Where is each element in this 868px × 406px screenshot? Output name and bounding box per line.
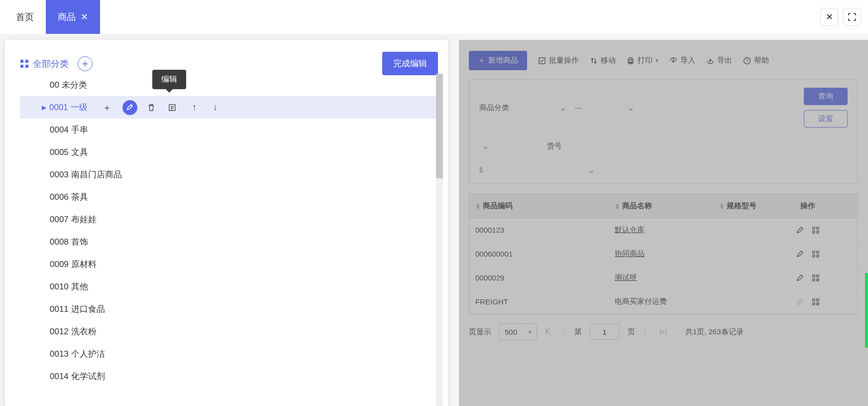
cell-code: FREIGHT: [469, 297, 609, 306]
table-row: 0000029测试呀: [469, 266, 858, 290]
row-more-icon[interactable]: [812, 250, 820, 258]
side-indicator: [865, 273, 868, 348]
category-label: 0014 化学试剂: [50, 371, 105, 382]
row-edit-icon[interactable]: [796, 226, 804, 234]
new-product-button[interactable]: ＋新增商品: [469, 51, 527, 70]
col-spec[interactable]: ▲▼规格型号: [713, 201, 758, 211]
svg-rect-12: [813, 255, 815, 257]
table-row: 000600001协同商品: [469, 242, 858, 266]
col-name[interactable]: ▲▼商品名称: [609, 201, 713, 211]
cell-code: 0000029: [469, 273, 609, 282]
svg-rect-19: [817, 299, 819, 301]
cell-ops: [758, 274, 858, 282]
page-next-icon[interactable]: 〉: [643, 327, 651, 337]
add-child-icon[interactable]: ＋: [102, 102, 112, 114]
move-button[interactable]: 移动: [590, 56, 616, 65]
category-item[interactable]: 0010 其他: [20, 275, 438, 298]
move-down-icon[interactable]: ↓: [210, 102, 221, 113]
edit-tooltip: 编辑: [152, 70, 186, 89]
filter-unknown-2[interactable]: ⌄: [550, 164, 595, 175]
category-item[interactable]: 0013 个人护洁: [20, 343, 438, 365]
svg-rect-6: [813, 227, 815, 229]
page-prev-icon[interactable]: 〈: [558, 327, 566, 337]
category-item[interactable]: 0012 洗衣粉: [20, 320, 438, 343]
filter-category-from[interactable]: ⌄: [522, 102, 567, 113]
category-label: 0012 洗衣粉: [50, 326, 97, 337]
query-button[interactable]: 查询: [804, 88, 848, 105]
edit-icon[interactable]: [122, 100, 137, 115]
category-label: 0013 个人护洁: [50, 348, 105, 360]
cell-name[interactable]: 协同商品: [609, 249, 713, 259]
col-code[interactable]: ▲▼商品编码: [469, 201, 609, 211]
tab-products[interactable]: 商品 ✕: [46, 0, 100, 34]
row-edit-icon[interactable]: [796, 298, 804, 306]
page-summary: 共1页, 263条记录: [685, 327, 744, 337]
svg-rect-23: [25, 60, 28, 63]
fullscreen-icon[interactable]: [843, 8, 861, 26]
cell-code: 000600001: [469, 250, 609, 258]
svg-rect-18: [813, 299, 815, 301]
category-title[interactable]: 全部分类: [33, 58, 69, 70]
category-label: 0004 手串: [50, 124, 88, 135]
svg-rect-24: [20, 65, 23, 68]
filter-panel: 商品分类 ⌄ — ⌄ 查询 设置 ⌄ 货号 š ⌄: [469, 79, 858, 184]
help-button[interactable]: ? 帮助: [743, 56, 769, 65]
row-edit-icon[interactable]: [796, 274, 804, 282]
filter-category-label: 商品分类: [479, 103, 514, 113]
category-item[interactable]: 0008 首饰: [20, 231, 438, 253]
page-input[interactable]: [590, 324, 620, 340]
page-first-icon[interactable]: K: [545, 327, 550, 336]
add-category-button[interactable]: ＋: [78, 56, 93, 71]
config-icon[interactable]: [168, 104, 179, 112]
caret-icon[interactable]: ▶: [42, 104, 46, 111]
category-label: 00 未分类: [50, 79, 87, 91]
svg-rect-22: [20, 60, 23, 63]
finish-edit-button[interactable]: 完成编辑: [382, 52, 438, 75]
product-table: ▲▼商品编码 ▲▼商品名称 ▲▼规格型号 操作 0000123默认仓库00060…: [469, 194, 858, 314]
svg-rect-20: [813, 303, 815, 305]
export-button[interactable]: 导出: [706, 56, 732, 65]
category-item[interactable]: 0003 南昌门店商品: [20, 163, 438, 186]
page-last-icon[interactable]: ⊳|: [659, 327, 667, 337]
category-label: 0011 进口食品: [50, 303, 105, 315]
delete-icon[interactable]: [147, 104, 158, 112]
category-item[interactable]: 0009 原材料: [20, 253, 438, 275]
category-item[interactable]: 0011 进口食品: [20, 298, 438, 320]
row-edit-icon[interactable]: [796, 250, 804, 258]
svg-rect-14: [813, 275, 815, 277]
move-up-icon[interactable]: ↑: [189, 102, 200, 113]
category-item[interactable]: 0007 布娃娃: [20, 208, 438, 231]
filter-unknown-1[interactable]: ⌄: [479, 140, 489, 151]
tab-home[interactable]: 首页: [4, 0, 46, 34]
print-button[interactable]: 打印▾: [627, 56, 658, 65]
setting-button[interactable]: 设置: [804, 110, 848, 128]
cell-name[interactable]: 默认仓库: [609, 225, 713, 235]
cell-name[interactable]: 测试呀: [609, 273, 713, 282]
category-item[interactable]: ▶0001 一级＋↑↓: [20, 96, 438, 119]
row-more-icon[interactable]: [812, 226, 820, 234]
category-label: 0010 其他: [50, 281, 88, 292]
close-icon[interactable]: ✕: [81, 11, 88, 22]
category-item[interactable]: 0014 化学试剂: [20, 365, 438, 388]
per-page-select[interactable]: 500▾: [499, 323, 537, 340]
close-all-icon[interactable]: ✕: [820, 8, 838, 26]
category-label: 0001 一级: [49, 102, 88, 113]
svg-rect-17: [817, 279, 819, 281]
category-item[interactable]: 0004 手串: [20, 119, 438, 141]
category-item[interactable]: 0005 文具: [20, 141, 438, 163]
import-button[interactable]: 导入: [669, 56, 695, 65]
svg-rect-2: [629, 58, 632, 60]
category-label: 0007 布娃娃: [50, 214, 97, 225]
table-row: FREIGHT电商买家付运费: [469, 290, 858, 314]
batch-ops-button[interactable]: 批量操作: [538, 56, 579, 65]
row-more-icon[interactable]: [812, 274, 820, 282]
filter-category-to[interactable]: ⌄: [590, 102, 635, 113]
svg-rect-21: [817, 303, 819, 305]
category-item[interactable]: 00 未分类: [20, 74, 438, 96]
category-label: 0006 茶具: [50, 191, 88, 203]
category-item[interactable]: 0006 茶具: [20, 186, 438, 208]
svg-rect-15: [817, 275, 819, 277]
tab-bar: 首页 商品 ✕: [0, 0, 868, 34]
cell-ops: [758, 226, 858, 234]
row-more-icon[interactable]: [812, 298, 820, 306]
